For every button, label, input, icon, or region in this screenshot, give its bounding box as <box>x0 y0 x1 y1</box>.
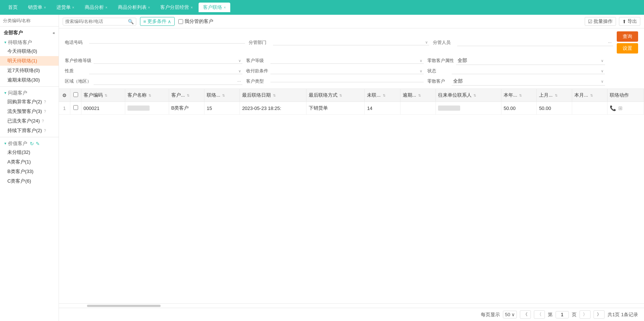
th-contact-count-sort[interactable]: ⇅ <box>222 94 225 97</box>
th-this-year-sort[interactable]: ⇅ <box>519 94 522 97</box>
sidebar-search-input[interactable] <box>3 18 58 23</box>
nav-sales[interactable]: 销货单 × <box>24 3 50 12</box>
action-phone-icon[interactable]: 📞 <box>610 105 616 111</box>
filter-price-level-select[interactable]: ∨ <box>94 58 242 64</box>
filter-status-select[interactable]: ∨ <box>452 68 605 74</box>
th-contact-person-sort[interactable]: ⇅ <box>473 94 476 97</box>
last-method-link[interactable]: 下销货单 <box>309 105 328 111</box>
prev-page-btn[interactable]: 〈 <box>534 310 545 319</box>
nav-customer-tier-close[interactable]: × <box>190 6 193 10</box>
nav-purchase-close[interactable]: × <box>72 6 74 10</box>
query-button[interactable]: 查询 <box>617 31 638 42</box>
sidebar-item-overdue[interactable]: 逾期未联络(30) <box>0 75 59 85</box>
first-page-btn[interactable]: 《 <box>520 310 531 319</box>
select-all-checkbox[interactable] <box>73 92 78 97</box>
filter-region-select[interactable]: ··· <box>94 78 242 85</box>
th-name-sort[interactable]: ⇅ <box>148 94 151 97</box>
sidebar-item-today[interactable]: 今天待联络(0) <box>0 46 59 56</box>
filter-payment-select[interactable]: ∨ <box>270 68 424 74</box>
th-last-date-sort[interactable]: ⇅ <box>273 94 276 97</box>
nav-sales-close[interactable]: × <box>44 6 46 10</box>
filter-retail-customer-value: 全部 <box>453 78 463 84</box>
export-btn[interactable]: ⬆ 导出 <box>619 17 640 26</box>
filter-person-select[interactable]: ··· <box>457 39 613 46</box>
th-no-contact-sort[interactable]: ⇅ <box>383 94 386 97</box>
table-settings-icon[interactable]: ⚙ <box>62 93 67 98</box>
sidebar-item-churned[interactable]: 已流失客户(24) ? <box>0 116 59 126</box>
sidebar-item-ungrouped[interactable]: 未分组(32) <box>0 148 59 157</box>
td-checkbox[interactable] <box>70 102 81 115</box>
filter-phone-input[interactable] <box>89 42 245 44</box>
search-wrap: 🔍 <box>63 18 136 25</box>
page-input[interactable] <box>556 311 569 318</box>
nav-goods-analysis-list-close[interactable]: × <box>148 6 150 10</box>
filter-bar: 🔍 ≡ 更多条件 ∧ 我分管的客户 ☑ 批量操作 ⬆ 导出 <box>59 15 644 28</box>
row-checkbox[interactable] <box>73 105 78 110</box>
sidebar-item-tomorrow[interactable]: 明天待联络(1) <box>0 56 59 66</box>
th-code-sort[interactable]: ⇅ <box>105 94 108 97</box>
filter-retail-attr-select[interactable]: 全部 ∨ <box>456 56 605 65</box>
filter-retail-customer-select[interactable]: 全部 ∨ <box>452 77 605 86</box>
filter-dept-select[interactable]: ∨ <box>273 39 429 45</box>
next-page-btn[interactable]: 〉 <box>580 310 591 319</box>
nav-purchase[interactable]: 进货单 × <box>52 3 79 12</box>
filter-nature-select[interactable]: ∨ <box>89 68 242 74</box>
td-contact-count: 15 <box>204 102 239 115</box>
th-type-sort[interactable]: ⇅ <box>187 94 190 97</box>
table-wrap: ⚙ 客户编码 ⇅ 客户名称 ⇅ <box>59 89 644 303</box>
action-grid-icon[interactable]: ⊞ <box>618 105 623 111</box>
action-icons-wrap: 📞 ⊞ <box>610 105 641 111</box>
sidebar-collapse-icon[interactable]: « <box>53 31 55 35</box>
th-checkbox[interactable] <box>70 89 81 102</box>
sidebar-item-b-class[interactable]: B类客户(33) <box>0 167 59 176</box>
nav-customer-contact-close[interactable]: × <box>224 6 226 10</box>
sidebar-item-c-class[interactable]: C类客户(6) <box>0 176 59 186</box>
sidebar-item-churn-warning[interactable]: 流失预警客户(3) ? <box>0 107 59 116</box>
nav-goods-analysis-list[interactable]: 商品分析列表 × <box>113 3 155 12</box>
th-this-month-sort[interactable]: ⇅ <box>590 94 593 97</box>
th-name: 客户名称 ⇅ <box>125 89 169 102</box>
filter-person: 分管人员 ··· <box>433 39 613 46</box>
td-last-method[interactable]: 下销货单 <box>306 102 365 115</box>
nav-goods-analysis[interactable]: 商品分析 × <box>80 3 112 12</box>
filter-price-level: 客户价格等级 ∨ <box>65 58 242 64</box>
nav-goods-analysis-close[interactable]: × <box>105 6 108 10</box>
filter-customer-level-select[interactable]: ∨ <box>270 58 424 64</box>
sidebar-item-declining[interactable]: 持续下滑客户(2) ? <box>0 126 59 135</box>
th-this-year-label: 本年... <box>504 92 517 98</box>
sidebar-item-a-class[interactable]: A类客户(1) <box>0 157 59 167</box>
main-search-icon[interactable]: 🔍 <box>128 19 134 24</box>
th-no-contact-label: 未联... <box>367 92 381 98</box>
batch-ops-label: 批量操作 <box>594 18 613 25</box>
nav-customer-tier[interactable]: 客户分层经营 × <box>156 3 197 12</box>
td-this-month <box>572 102 608 115</box>
batch-ops-btn[interactable]: ☑ 批量操作 <box>585 17 616 26</box>
my-customers-checkbox[interactable] <box>178 19 183 24</box>
adv-filter-row-2: 客户价格等级 ∨ 客户等级 ∨ 零散客户属性 全部 <box>65 56 638 65</box>
per-page-select[interactable]: 50 ∨ <box>503 311 517 318</box>
main-search-input[interactable] <box>65 19 126 24</box>
value-refresh-icon[interactable]: ↻ <box>30 141 34 146</box>
sidebar-item-7days[interactable]: 近7天待联络(0) <box>0 66 59 75</box>
th-code: 客户编码 ⇅ <box>81 89 125 102</box>
th-overdue-sort[interactable]: ⇅ <box>418 94 421 97</box>
sidebar-divider-2 <box>0 137 59 137</box>
th-last-method-sort[interactable]: ⇅ <box>339 94 342 97</box>
th-code-label: 客户编码 <box>84 92 103 98</box>
scrollbar-area <box>59 303 644 308</box>
sidebar-all-customers-header: 全部客户 « <box>0 27 59 38</box>
nav-customer-contact[interactable]: 客户联络 × <box>199 3 230 12</box>
horizontal-scrollbar[interactable] <box>87 305 161 307</box>
value-edit-icon[interactable]: ✎ <box>36 141 40 146</box>
filter-icon: ≡ <box>143 19 146 24</box>
th-settings[interactable]: ⚙ <box>59 89 70 102</box>
more-conditions-btn[interactable]: ≡ 更多条件 ∧ <box>140 17 175 26</box>
th-last-method-label: 最后联络方式 <box>309 92 337 98</box>
set-button[interactable]: 设置 <box>617 43 638 54</box>
th-last-month-sort[interactable]: ⇅ <box>555 94 558 97</box>
filter-customer-type-select[interactable] <box>270 80 424 82</box>
last-page-btn[interactable]: 》 <box>594 310 605 319</box>
nav-home[interactable]: 首页 <box>4 3 22 12</box>
problem-triangle: ▼ <box>4 91 7 95</box>
sidebar-item-abnormal[interactable]: 回购异常客户(2) ? <box>0 97 59 107</box>
